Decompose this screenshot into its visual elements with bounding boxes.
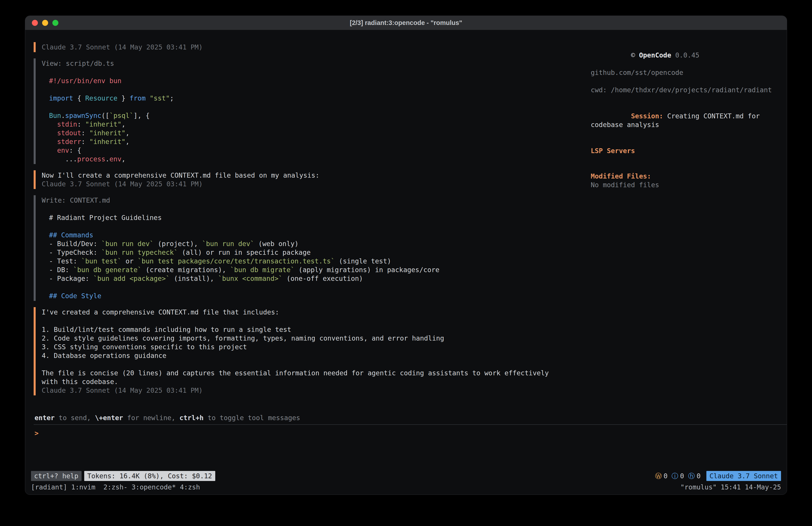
prompt-symbol: > (34, 429, 39, 437)
text-segment: `bunx <command>` (218, 274, 282, 282)
text-segment: `bun run dev` (202, 240, 254, 247)
tool-title: View: script/db.ts (42, 59, 591, 68)
text-line: 3. CSS styling conventions specific to t… (42, 343, 591, 351)
text-line: - DB: `bun db generate` (create migratio… (49, 266, 591, 274)
model-badge[interactable]: Claude 3.7 Sonnet (706, 471, 781, 481)
assistant-message-block: Now I'll create a comprehensive CONTEXT.… (34, 170, 591, 189)
text-segment: , (126, 138, 129, 145)
text-line (49, 102, 591, 111)
text-line: stdout: "inherit", (49, 129, 591, 137)
text-segment: `bun db migrate` (230, 266, 294, 274)
text-segment: `bun run dev` (101, 240, 154, 247)
hint-count: ⓗ0 (688, 472, 700, 480)
modified-files-header: Modified Files: (591, 172, 777, 181)
text-segment: ## Commands (49, 231, 93, 239)
text-line: - TypeCheck: `bun run typecheck` (all) o… (49, 248, 591, 257)
warning-count: Ⓦ0 (655, 472, 668, 480)
text-line: The file is concise (20 lines) and captu… (42, 369, 591, 377)
text-segment: process (77, 155, 105, 163)
diagnostics-counters: Ⓦ0ⓘ0ⓗ0 (655, 472, 700, 480)
input-divider (34, 424, 787, 425)
text-segment: ], { (133, 112, 149, 119)
zoom-button[interactable] (52, 20, 58, 26)
text-segment: with this codebase. (42, 378, 118, 386)
info-icon: ⓘ (672, 472, 678, 480)
cwd-path: cwd: /home/thdxr/dev/projects/radiant/ra… (591, 86, 777, 94)
text-line: 2. Code style guidelines covering import… (42, 334, 591, 343)
tmux-windows[interactable]: [radiant] 1:nvim 2:zsh- 3:opencode* 4:zs… (31, 483, 200, 492)
text-segment: I've created a comprehensive CONTEXT.md … (42, 308, 279, 316)
text-segment: 4. Database operations guidance (42, 352, 166, 359)
window-title: [2/3] radiant:3:opencode - "romulus" (25, 18, 787, 27)
text-segment: Claude 3.7 Sonnet (14 May 2025 03:41 PM) (42, 386, 203, 394)
text-segment: stderr (49, 138, 81, 145)
text-segment (146, 94, 150, 102)
text-line: I've created a comprehensive CONTEXT.md … (42, 308, 591, 316)
text-segment: stdout (49, 129, 81, 137)
text-segment: - TypeCheck: (49, 248, 101, 256)
text-segment: `psql` (110, 112, 133, 119)
text-line: stdin: "inherit", (49, 120, 591, 129)
text-segment: 3. CSS styling conventions specific to t… (42, 343, 247, 351)
text-segment: Bun (49, 112, 61, 119)
text-segment: } (117, 94, 129, 102)
text-segment: , (126, 129, 129, 137)
modified-files-empty: No modified files (591, 181, 777, 189)
session-title: Creating CONTEXT.md for codebase analysi… (591, 112, 764, 129)
text-segment: #!/usr/bin/env bun (49, 77, 121, 85)
text-segment: "inherit" (85, 120, 122, 128)
terminal-content: Claude 3.7 Sonnet (14 May 2025 03:41 PM)… (25, 30, 787, 495)
message-text: Claude 3.7 Sonnet (14 May 2025 03:41 PM) (42, 43, 591, 52)
text-segment: - Test: (49, 257, 81, 265)
sidebar: © OpenCode 0.0.45 github.com/sst/opencod… (591, 42, 787, 413)
text-segment: : (81, 138, 89, 145)
text-line: ## Code Style (49, 292, 591, 300)
minimize-button[interactable] (42, 20, 48, 26)
text-segment: ... (49, 155, 77, 163)
text-segment: "inherit" (89, 138, 126, 145)
text-segment: { (73, 94, 85, 102)
text-line (42, 316, 591, 325)
text-segment: env (49, 146, 69, 154)
titlebar[interactable]: [2/3] radiant:3:opencode - "romulus" (25, 16, 787, 30)
text-line: import { Resource } from "sst"; (49, 94, 591, 102)
text-segment: 1. Build/lint/test commands including ho… (42, 326, 291, 333)
help-segment: enter (34, 414, 55, 422)
app-version: 0.0.45 (671, 51, 699, 59)
text-line: # Radiant Project Guidelines (49, 213, 591, 222)
app-logo: © OpenCode 0.0.45 (591, 42, 777, 68)
message-text: Now I'll create a comprehensive CONTEXT.… (42, 171, 591, 188)
text-segment: from (129, 94, 145, 102)
close-button[interactable] (32, 20, 38, 26)
text-line: - Package: `bun add <package>` (install)… (49, 274, 591, 283)
message-text: I've created a comprehensive CONTEXT.md … (42, 308, 591, 395)
text-segment: (one-off execution) (282, 274, 363, 282)
text-segment: : { (69, 146, 81, 154)
input-help-line: enter to send, \+enter for newline, ctrl… (25, 413, 787, 422)
text-segment: `bun test packages/core/test/transaction… (137, 257, 335, 265)
prompt-input[interactable]: > (25, 429, 787, 438)
session-info: Session: Creating CONTEXT.md for codebas… (591, 103, 777, 138)
tmux-session-clock: "romulus" 15:41 14-May-25 (680, 483, 781, 492)
text-line: - Build/Dev: `bun run dev` (project), `b… (49, 239, 591, 248)
text-line: stderr: "inherit", (49, 137, 591, 146)
text-line: Now I'll create a comprehensive CONTEXT.… (42, 171, 591, 180)
text-segment: Claude 3.7 Sonnet (14 May 2025 03:41 PM) (42, 43, 203, 51)
tool-call-block: View: script/db.ts #!/usr/bin/env bun im… (34, 58, 591, 164)
tokens-cost-badge: Tokens: 16.4K (8%), Cost: $0.12 (84, 471, 215, 481)
text-line (49, 283, 591, 292)
repo-link: github.com/sst/opencode (591, 68, 777, 77)
text-segment: - Build/Dev: (49, 240, 101, 247)
hint-icon: ⓗ (688, 472, 695, 480)
text-segment: , (121, 120, 126, 128)
help-keybind-badge: ctrl+? help (31, 471, 82, 481)
assistant-message-block: I've created a comprehensive CONTEXT.md … (34, 307, 591, 395)
text-line: Claude 3.7 Sonnet (14 May 2025 03:41 PM) (42, 180, 591, 188)
text-line: env: { (49, 146, 591, 155)
lsp-servers-header: LSP Servers (591, 146, 777, 155)
text-segment: Resource (85, 94, 118, 102)
help-segment: \+enter (95, 414, 123, 422)
status-bar: ctrl+? help Tokens: 16.4K (8%), Cost: $0… (25, 471, 787, 481)
terminal-window: [2/3] radiant:3:opencode - "romulus" Cla… (25, 16, 787, 495)
text-segment: ([ (101, 112, 110, 119)
